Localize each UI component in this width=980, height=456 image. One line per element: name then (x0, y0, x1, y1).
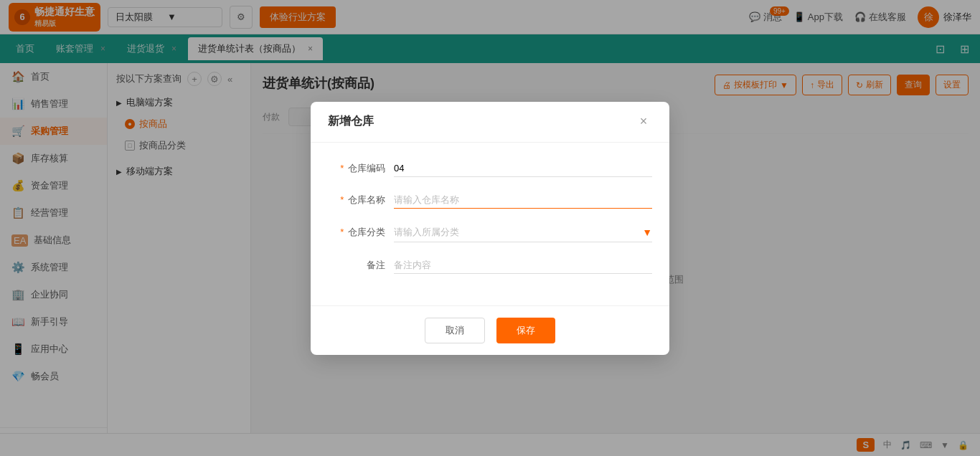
form-row-code: * 仓库编码 (328, 160, 652, 177)
form-row-name: * 仓库名称 (328, 191, 652, 209)
required-mark-category: * (340, 227, 344, 237)
modal-overlay: 新增仓库 × * 仓库编码 * 仓库名称 (0, 0, 980, 456)
form-row-category: * 仓库分类 请输入所属分类 ▼ (328, 223, 652, 242)
modal-body: * 仓库编码 * 仓库名称 * 仓库分类 请输入所属 (311, 143, 669, 305)
save-button[interactable]: 保存 (496, 318, 555, 343)
required-mark-name: * (340, 194, 344, 205)
name-label: * 仓库名称 (328, 194, 385, 206)
remark-input[interactable] (394, 257, 652, 274)
category-placeholder: 请输入所属分类 (394, 226, 459, 239)
required-mark-code: * (340, 163, 344, 174)
modal-title: 新增仓库 (328, 114, 374, 129)
remark-label: 备注 (328, 259, 385, 272)
category-arrow-icon: ▼ (642, 227, 652, 238)
warehouse-name-input[interactable] (394, 191, 652, 209)
cancel-button[interactable]: 取消 (425, 318, 485, 343)
category-label: * 仓库分类 (328, 226, 385, 239)
warehouse-code-input[interactable] (394, 160, 652, 177)
modal-footer: 取消 保存 (311, 305, 669, 355)
add-warehouse-modal: 新增仓库 × * 仓库编码 * 仓库名称 (311, 102, 669, 355)
code-label: * 仓库编码 (328, 162, 385, 175)
modal-header: 新增仓库 × (311, 102, 669, 143)
form-row-remark: 备注 (328, 257, 652, 274)
modal-close-button[interactable]: × (635, 113, 652, 130)
category-select[interactable]: 请输入所属分类 ▼ (394, 223, 652, 242)
